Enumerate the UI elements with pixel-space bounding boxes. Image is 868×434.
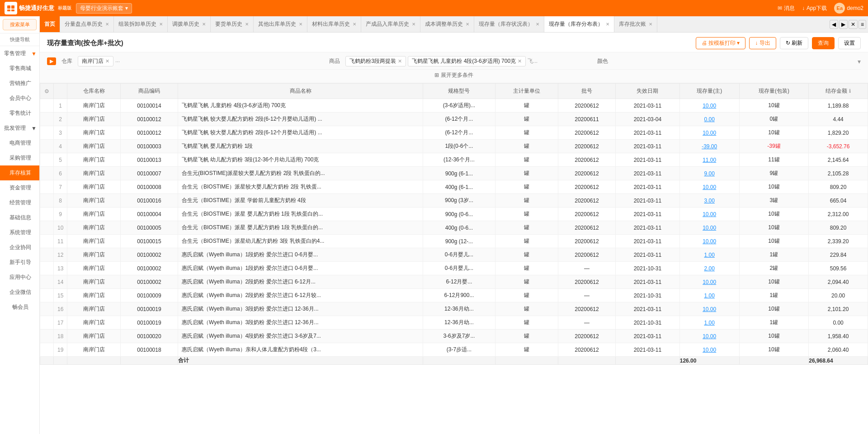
expand-more-btn[interactable]: ⊞ 展开更多条件	[434, 71, 473, 79]
tab-batch-account[interactable]: 库存批次账 ✕	[614, 16, 657, 32]
tab-prev-btn[interactable]: ◀	[830, 20, 838, 29]
print-btn[interactable]: 🖨 按模板打印 ▾	[696, 37, 746, 49]
sidebar-item-corp-collab[interactable]: 企业协同	[0, 240, 39, 255]
table-row: 6 南岸门店 00100007 合生元(BIOSTIME)派星较大婴儿配方奶粉 …	[40, 167, 868, 180]
table-row: 16 南岸门店 00100019 惠氏启赋（Wyeth illuma）3段奶粉 …	[40, 302, 868, 316]
tab-close-disassembly[interactable]: ✕	[159, 22, 163, 27]
tab-stock-status[interactable]: 现存量（库存状况表） ✕	[474, 16, 544, 32]
balance-info-icon[interactable]: ℹ	[849, 88, 851, 94]
row-stock-main[interactable]: 10.00	[679, 221, 739, 235]
refresh-btn[interactable]: ↻ 刷新	[780, 37, 808, 49]
sidebar-item-app-center[interactable]: 应用中心	[0, 270, 39, 285]
row-stock-main[interactable]: 10.00	[679, 343, 739, 357]
quick-nav-btn[interactable]: 快捷导航	[0, 33, 39, 46]
query-btn[interactable]: 查询	[812, 37, 835, 49]
tab-menu-btn[interactable]: ≡	[859, 20, 866, 29]
tab-product-in[interactable]: 产成品入库单历史 ✕	[361, 16, 420, 32]
sidebar-item-base-info[interactable]: 基础信息	[0, 210, 39, 225]
sidebar-item-retail-stat[interactable]: 零售统计	[0, 106, 39, 121]
sidebar-item-biz-mgmt[interactable]: 经营管理	[0, 195, 39, 210]
warehouse-tag-close[interactable]: ✕	[105, 58, 109, 64]
row-stock-main[interactable]: 10.00	[679, 275, 739, 289]
row-stock-main[interactable]: 10.00	[679, 126, 739, 140]
row-stock-main[interactable]: 3.00	[679, 194, 739, 208]
row-expire: 2021-03-11	[616, 330, 680, 343]
sidebar-item-new-guide[interactable]: 新手引导	[0, 255, 39, 270]
col-gear-icon[interactable]: ⚙	[44, 88, 49, 94]
company-selector[interactable]: 母婴行业演示账套 ▾	[76, 3, 132, 14]
tab-close-stock-status[interactable]: ✕	[536, 22, 539, 27]
row-stock-main[interactable]: 10.00	[679, 330, 739, 343]
sidebar-item-mkt-promo[interactable]: 营销推广	[0, 76, 39, 91]
tab-transfer[interactable]: 调拨单历史 ✕	[168, 16, 211, 32]
row-stock-main[interactable]: 10.00	[679, 180, 739, 194]
sidebar-item-member-center[interactable]: 会员中心	[0, 91, 39, 106]
tab-close-other-out[interactable]: ✕	[299, 22, 302, 27]
tab-close-all-btn[interactable]: ✕	[849, 20, 858, 29]
row-stock-main[interactable]: 2.00	[679, 262, 739, 275]
row-stock-main[interactable]: 1.00	[679, 248, 739, 262]
filter-collapse-icon[interactable]: ▾	[858, 58, 861, 65]
goods-tag-1-close[interactable]: ✕	[398, 58, 402, 64]
sidebar-item-retail-mgmt[interactable]: 零售管理 ▼	[0, 46, 39, 61]
tab-material-out[interactable]: 材料出库单历史 ✕	[307, 16, 361, 32]
warehouse-more[interactable]: ···	[115, 58, 120, 65]
tab-next-btn[interactable]: ▶	[839, 20, 848, 29]
col-stock-pkg: 现存量(包装)	[739, 84, 809, 99]
tab-close-require-goods[interactable]: ✕	[245, 22, 249, 27]
sidebar-item-purchase-mgmt[interactable]: 采购管理	[0, 151, 39, 165]
row-code: 00100012	[120, 126, 178, 140]
footer-empty-8	[616, 357, 680, 365]
row-stock-main[interactable]: 9.00	[679, 167, 739, 180]
table-row: 17 南岸门店 00100019 惠氏启赋（Wyeth illuma）3段奶粉 …	[40, 316, 868, 330]
row-stock-main[interactable]: 10.00	[679, 302, 739, 316]
tab-close-partial-stock[interactable]: ✕	[105, 22, 109, 27]
sidebar-item-sys-mgmt[interactable]: 系统管理	[0, 225, 39, 240]
user-avatar[interactable]: Ea demo2	[834, 3, 863, 14]
tab-cost-adjust[interactable]: 成本调整单历史 ✕	[420, 16, 474, 32]
row-stock-main[interactable]: 0.00	[679, 113, 739, 126]
goods-tag-1-text: 飞鹤奶粉3段两提装	[349, 57, 396, 65]
tab-close-batch-account[interactable]: ✕	[649, 22, 652, 27]
row-stock-main[interactable]: 10.00	[679, 99, 739, 113]
row-stock-main[interactable]: -39.00	[679, 140, 739, 153]
app-download-btn[interactable]: ↓ App下载	[802, 5, 827, 12]
row-stock-main[interactable]: 11.00	[679, 153, 739, 167]
tab-partial-stock[interactable]: 分量盘点单历史 ✕	[60, 16, 114, 32]
search-menu-btn[interactable]: 搜索菜单	[3, 19, 37, 30]
tab-close-cost-adjust[interactable]: ✕	[466, 22, 469, 27]
tab-close-stock-dist[interactable]: ✕	[606, 22, 609, 27]
sidebar-item-inventory[interactable]: 库存核算	[0, 165, 39, 180]
tab-close-product-in[interactable]: ✕	[412, 22, 415, 27]
filter-expand-btn-left[interactable]: ▶	[47, 57, 56, 65]
goods-more[interactable]: 飞...	[528, 57, 538, 65]
table-row: 8 南岸门店 00100016 合生元（BIOSTIME）派星 学龄前儿童配方奶…	[40, 194, 868, 208]
row-code: 00100018	[120, 343, 178, 357]
tab-stock-dist[interactable]: 现存量（库存分布表） ✕	[544, 16, 614, 32]
sidebar-item-member[interactable]: 畅会员	[0, 300, 39, 315]
row-code: 00100005	[120, 221, 178, 235]
row-stock-main[interactable]: 10.00	[679, 235, 739, 248]
export-btn[interactable]: ↓ 导出	[749, 37, 776, 49]
tab-disassembly[interactable]: 组装拆卸单历史 ✕	[114, 16, 168, 32]
row-stock-main[interactable]: 1.00	[679, 316, 739, 330]
row-expire: 2021-03-11	[616, 208, 680, 221]
sidebar-item-finance-mgmt[interactable]: 资金管理	[0, 180, 39, 195]
sidebar-item-batch-mgmt[interactable]: 批发管理 ▼	[0, 121, 39, 136]
row-stock-main[interactable]: 1.00	[679, 289, 739, 302]
message-btn[interactable]: ✉ 消息	[778, 5, 795, 12]
row-name: 惠氏启赋（Wyeth illuma）1段奶粉 爱尔兰进口 0-6月婴...	[178, 248, 423, 262]
tab-home[interactable]: 首页	[40, 16, 60, 32]
col-settings: ⚙	[40, 84, 54, 99]
row-stock-main[interactable]: 10.00	[679, 208, 739, 221]
goods-tag-2-close[interactable]: ✕	[518, 58, 522, 64]
sidebar-item-ecomm-mgmt[interactable]: 电商管理	[0, 136, 39, 151]
sidebar-item-corp-wechat[interactable]: 企业微信	[0, 285, 39, 300]
tab-require-goods[interactable]: 要货单历史 ✕	[211, 16, 254, 32]
sidebar-item-retail-mall[interactable]: 零售商城	[0, 61, 39, 76]
refresh-icon: ↻	[786, 40, 790, 46]
tab-close-transfer[interactable]: ✕	[202, 22, 206, 27]
settings-btn[interactable]: 设置	[838, 37, 861, 49]
tab-other-out[interactable]: 其他出库单历史 ✕	[254, 16, 307, 32]
tab-close-material-out[interactable]: ✕	[353, 22, 356, 27]
